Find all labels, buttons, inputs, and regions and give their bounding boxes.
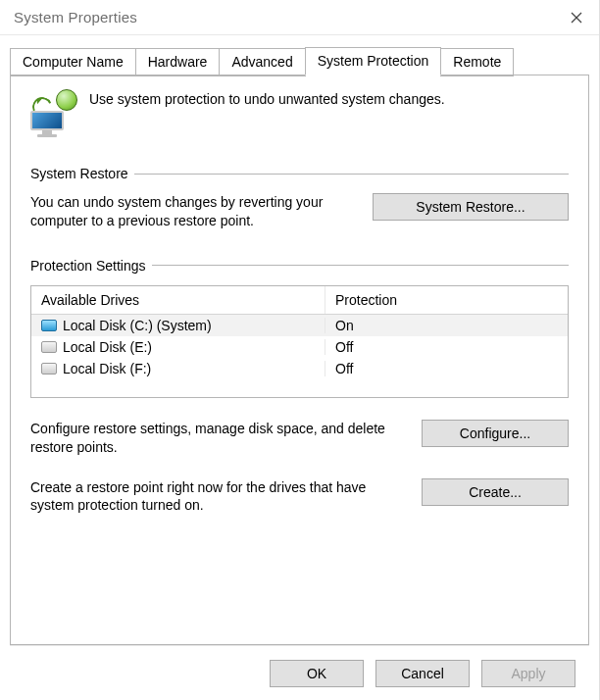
tab-advanced[interactable]: Advanced	[219, 48, 305, 76]
drive-row[interactable]: Local Disk (E:) Off	[31, 336, 568, 358]
close-icon	[571, 12, 582, 24]
drive-label: Local Disk (C:) (System)	[63, 318, 212, 333]
drive-protection: Off	[325, 361, 568, 376]
drive-icon	[41, 320, 57, 331]
create-desc: Create a restore point right now for the…	[30, 478, 404, 516]
group-label-text: Protection Settings	[30, 258, 146, 274]
drive-row[interactable]: Local Disk (F:) Off	[31, 358, 568, 379]
content-area: Computer Name Hardware Advanced System P…	[0, 35, 599, 700]
titlebar: System Properties	[0, 0, 599, 35]
tab-system-protection[interactable]: System Protection	[305, 47, 442, 75]
drive-table-header: Available Drives Protection	[31, 286, 568, 315]
tab-strip: Computer Name Hardware Advanced System P…	[10, 47, 589, 75]
drive-protection: On	[325, 318, 568, 333]
drive-icon	[41, 341, 57, 353]
create-button[interactable]: Create...	[422, 478, 569, 506]
drive-protection: Off	[325, 339, 568, 355]
intro-section: Use system protection to undo unwanted s…	[30, 89, 569, 136]
configure-row: Configure restore settings, manage disk …	[30, 420, 569, 457]
system-restore-button[interactable]: System Restore...	[373, 193, 569, 221]
group-system-restore: System Restore	[30, 166, 569, 181]
tab-remote[interactable]: Remote	[440, 48, 514, 76]
system-restore-desc: You can undo system changes by reverting…	[30, 193, 355, 230]
group-label-text: System Restore	[30, 166, 128, 181]
drive-row[interactable]: Local Disk (C:) (System) On	[31, 315, 568, 336]
drive-icon	[41, 363, 57, 375]
column-header-drives[interactable]: Available Drives	[31, 286, 325, 314]
dialog-footer: OK Cancel Apply	[10, 645, 589, 700]
intro-text: Use system protection to undo unwanted s…	[89, 89, 445, 107]
column-header-protection[interactable]: Protection	[325, 286, 568, 314]
cancel-button[interactable]: Cancel	[375, 660, 470, 687]
system-properties-window: System Properties Computer Name Hardware…	[0, 0, 600, 700]
system-restore-icon	[30, 91, 75, 136]
configure-desc: Configure restore settings, manage disk …	[30, 420, 404, 457]
tab-hardware[interactable]: Hardware	[135, 48, 221, 76]
drive-table-body: Local Disk (C:) (System) On Local Disk (…	[31, 315, 568, 397]
window-title: System Properties	[14, 9, 137, 25]
ok-button[interactable]: OK	[270, 660, 364, 687]
group-protection-settings: Protection Settings	[30, 258, 569, 274]
divider	[134, 174, 569, 175]
tab-panel: Use system protection to undo unwanted s…	[10, 75, 589, 645]
drive-label: Local Disk (E:)	[63, 339, 152, 355]
configure-button[interactable]: Configure...	[422, 420, 569, 447]
divider	[152, 265, 569, 266]
drive-label: Local Disk (F:)	[63, 361, 151, 376]
close-button[interactable]	[554, 0, 599, 35]
system-restore-row: You can undo system changes by reverting…	[30, 193, 569, 230]
drive-table: Available Drives Protection Local Disk (…	[30, 285, 569, 398]
apply-button[interactable]: Apply	[481, 660, 575, 687]
tab-computer-name[interactable]: Computer Name	[10, 48, 136, 76]
create-row: Create a restore point right now for the…	[30, 478, 569, 516]
